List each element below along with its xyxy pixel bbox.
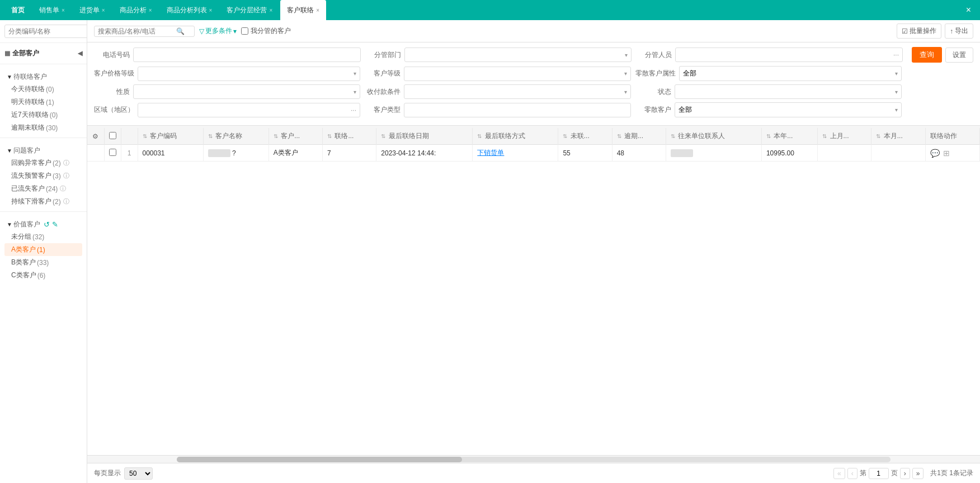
col-name[interactable]: ⇅ 客户名称 xyxy=(203,128,268,145)
nav-tab-sales-label: 销售单 xyxy=(39,6,59,15)
prev-page-button[interactable]: ‹ xyxy=(847,468,858,479)
sidebar-group-value-label[interactable]: ▼ 价值客户 ↺ ✎ xyxy=(4,217,82,230)
col-code[interactable]: ⇅ 客户编码 xyxy=(138,128,203,145)
sidebar-group-pending-label[interactable]: ▼ 待联络客户 xyxy=(4,70,82,83)
col-last-date[interactable]: ⇅ 最后联络日期 xyxy=(376,128,473,145)
col-this-month[interactable]: ⇅ 本月... xyxy=(871,128,925,145)
filter-more-button[interactable]: ▽ 更多条件 ▾ xyxy=(199,26,237,36)
status-input[interactable]: ▾ xyxy=(675,84,902,99)
nav-tab-analysis-list-close[interactable]: × xyxy=(209,7,213,13)
col-settings[interactable]: ⚙ xyxy=(87,128,104,145)
row-name-cell[interactable]: ? xyxy=(203,145,268,162)
region-input[interactable]: ··· xyxy=(138,103,360,117)
nature-label: 性质 xyxy=(94,87,133,97)
repurchase-count: (2) xyxy=(53,159,61,167)
row-visit-contact-masked xyxy=(671,149,693,157)
payment-input[interactable]: ▾ xyxy=(404,84,631,99)
nav-tab-analysis-close[interactable]: × xyxy=(149,7,152,13)
declining-label: 持续下滑客户 xyxy=(11,197,51,206)
refresh-icon[interactable]: ↺ xyxy=(44,220,50,229)
nav-tab-customer-contact-close[interactable]: × xyxy=(316,7,319,13)
col-last-month-label: 上月... xyxy=(830,132,849,140)
sidebar-item-repurchase-abnormal[interactable]: 回购异常客户 (2) ⓘ xyxy=(4,157,82,169)
scrollbar-thumb[interactable] xyxy=(177,457,462,462)
export-button[interactable]: ↑ 导出 xyxy=(945,23,973,39)
row-code-cell[interactable]: 000031 xyxy=(138,145,203,162)
filter-search-icon[interactable]: 🔍 xyxy=(176,27,185,35)
dept-input[interactable]: ▾ xyxy=(404,48,632,62)
sidebar-item-c-class[interactable]: C类客户 (6) xyxy=(4,269,82,282)
retail-customer-value: 全部 xyxy=(679,105,692,115)
manager-input[interactable]: ··· xyxy=(675,48,903,62)
filter-payment: 收付款条件 ▾ xyxy=(365,84,631,99)
select-all-checkbox[interactable] xyxy=(109,132,116,139)
sidebar-item-overdue[interactable]: 逾期未联络 (30) xyxy=(4,121,82,134)
sidebar-item-7days[interactable]: 近7天待联络 (0) xyxy=(4,108,82,121)
nav-tab-customer-tier-close[interactable]: × xyxy=(269,7,272,13)
row-checkbox-cell[interactable] xyxy=(104,145,121,162)
last-page-button[interactable]: » xyxy=(912,468,924,479)
b-class-label: B类客户 xyxy=(11,258,36,267)
col-level[interactable]: ⇅ 客户... xyxy=(268,128,322,145)
sidebar-item-a-class[interactable]: A类客户 (1) xyxy=(4,243,82,256)
edit-icon[interactable]: ✎ xyxy=(52,220,58,229)
col-last-method[interactable]: ⇅ 最后联络方式 xyxy=(473,128,558,145)
page-size-select[interactable]: 50 20 100 200 xyxy=(124,467,153,480)
col-checkbox[interactable] xyxy=(104,128,121,145)
row-checkbox[interactable] xyxy=(109,149,116,156)
qr-icon[interactable]: ⊞ xyxy=(943,149,950,158)
col-no-contact[interactable]: ⇅ 未联... xyxy=(558,128,612,145)
page-input[interactable] xyxy=(869,468,889,479)
settings-button[interactable]: 设置 xyxy=(945,48,973,63)
next-page-button[interactable]: › xyxy=(900,468,910,479)
retail-attr-input[interactable]: 全部 ▾ xyxy=(679,66,902,81)
nav-tab-purchase[interactable]: 进货单 × xyxy=(73,0,112,20)
horizontal-scrollbar[interactable] xyxy=(87,455,980,463)
sidebar-item-unclassified[interactable]: 未分组 (32) xyxy=(4,230,82,243)
batch-op-button[interactable]: ☑ 批量操作 xyxy=(897,23,941,39)
sidebar-item-b-class[interactable]: B类客户 (33) xyxy=(4,256,82,269)
filter-search-input[interactable] xyxy=(98,27,176,35)
sidebar-all-customers: ▦ 全部客户 ◀ xyxy=(0,43,87,61)
col-visit-contact[interactable]: ⇅ 往来单位联系人 xyxy=(666,128,761,145)
sidebar-item-churn-warning[interactable]: 流失预警客户 (3) ⓘ xyxy=(4,169,82,182)
first-page-button[interactable]: « xyxy=(833,468,845,479)
sidebar-item-declining[interactable]: 持续下滑客户 (2) ⓘ xyxy=(4,195,82,208)
phone-label: 电话号码 xyxy=(94,50,133,60)
price-level-input[interactable]: ▾ xyxy=(138,67,360,81)
nav-tab-sales[interactable]: 销售单 × xyxy=(32,0,72,20)
col-last-month[interactable]: ⇅ 上月... xyxy=(818,128,871,145)
filter-phone: 电话号码 xyxy=(94,48,361,62)
col-contacts[interactable]: ⇅ 联络... xyxy=(323,128,376,145)
my-customers-checkbox[interactable] xyxy=(241,27,248,35)
sidebar-all-customers-header[interactable]: ▦ 全部客户 ◀ xyxy=(4,46,82,60)
sidebar-item-today[interactable]: 今天待联络 (0) xyxy=(4,83,82,96)
customer-type-input[interactable] xyxy=(404,103,631,117)
nav-tab-analysis-list[interactable]: 商品分析列表 × xyxy=(160,0,219,20)
app-close-icon[interactable]: × xyxy=(962,3,976,17)
sidebar-group-problem-label[interactable]: ▼ 问题客户 xyxy=(4,144,82,157)
nav-tab-sales-close[interactable]: × xyxy=(62,7,65,13)
nav-tab-analysis[interactable]: 商品分析 × xyxy=(113,0,159,20)
chat-icon[interactable]: 💬 xyxy=(930,149,940,158)
phone-input[interactable] xyxy=(133,48,361,62)
nav-tab-purchase-close[interactable]: × xyxy=(102,7,105,13)
nav-close-app[interactable]: × xyxy=(962,5,976,15)
nav-tab-customer-tier[interactable]: 客户分层经营 × xyxy=(220,0,279,20)
row-last-method[interactable]: 下销货单 xyxy=(477,149,504,157)
nav-home[interactable]: 首页 xyxy=(4,0,31,20)
today-label: 今天待联络 xyxy=(11,84,45,94)
sidebar-item-tomorrow[interactable]: 明天待联络 (1) xyxy=(4,96,82,108)
col-this-year[interactable]: ⇅ 本年... xyxy=(761,128,817,145)
query-button[interactable]: 查询 xyxy=(912,47,942,63)
retail-attr-arrow: ▾ xyxy=(895,70,898,77)
retail-customer-input[interactable]: 全部 ▾ xyxy=(675,102,902,117)
nature-input[interactable]: ▾ xyxy=(133,84,360,99)
sidebar-item-churned[interactable]: 已流失客户 (24) ⓘ xyxy=(4,182,82,195)
nav-tab-customer-contact[interactable]: 客户联络 × xyxy=(280,0,326,20)
row-overdue-cell: 48 xyxy=(612,145,666,162)
collapse-icon[interactable]: ◀ xyxy=(78,50,82,57)
sidebar-search-input[interactable] xyxy=(4,25,87,38)
customer-level-input[interactable]: ▾ xyxy=(404,67,631,81)
col-overdue[interactable]: ⇅ 逾期... xyxy=(612,128,666,145)
